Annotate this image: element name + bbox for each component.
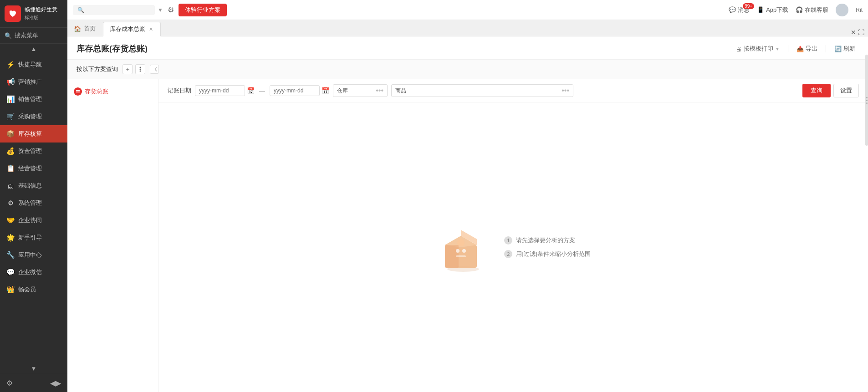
settings-icon[interactable]: ⚙ (6, 379, 13, 387)
warehouse-label: 仓库 (337, 87, 348, 95)
sidebar-item-system[interactable]: ⚙ 系统管理 (0, 194, 67, 212)
page-title: 库存总账(存货总账) (77, 43, 148, 54)
message-badge: 99+ (743, 3, 754, 9)
scheme-item-inventory-total[interactable]: 存货总账 (67, 84, 158, 99)
add-filter-btn[interactable]: ＋ (123, 64, 133, 74)
message-icon: 💬 (729, 6, 736, 13)
sales-icon: 📊 (6, 95, 15, 103)
step2-circle: 2 (504, 250, 512, 258)
handle-dot1 (866, 97, 868, 98)
manage-filter-btn[interactable] (135, 64, 145, 74)
filter-add-btns: ＋ (123, 64, 145, 74)
sidebar-bottom: ⚙ ◀▶ (0, 374, 67, 392)
query-btn[interactable]: 查询 (802, 84, 831, 97)
app-version: 标准版 (25, 15, 57, 21)
svg-point-1 (140, 69, 141, 70)
system-icon: ⚙ (6, 199, 15, 207)
warehouse-more-icon: ••• (376, 87, 383, 95)
filter-label: 按以下方案查询 (77, 65, 118, 73)
member-icon: 👑 (6, 285, 15, 294)
sidebar-item-finance[interactable]: 💰 资金管理 (0, 143, 67, 160)
sidebar-item-member[interactable]: 👑 畅会员 (0, 281, 67, 298)
app-logo: 畅捷通好生意 标准版 (0, 0, 67, 28)
tab-close-panel-icon[interactable]: ✕ (851, 29, 856, 36)
sidebar-item-inventory[interactable]: 📦 库存核算 (0, 125, 67, 143)
product-label: 商品 (395, 87, 406, 95)
empty-state: 1 请先选择要分析的方案 2 用[过滤]条件来缩小分析范围 (158, 102, 868, 392)
export-label: 导出 (806, 45, 817, 53)
tab-home[interactable]: 🏠 首页 (67, 21, 102, 36)
main-area: 🔍 ▼ ⚙ 体验行业方案 💬 消息 99+ 📱 App下载 🎧 在线客服 Rit (67, 0, 868, 392)
empty-step2: 2 用[过滤]条件来缩小分析范围 (504, 250, 590, 258)
filter-bar: 按以下方案查询 ＋ 《 (67, 60, 868, 79)
sidebar-item-operation[interactable]: 📋 经营管理 (0, 160, 67, 177)
user-avatar[interactable] (836, 4, 848, 16)
step1-circle: 1 (504, 236, 512, 244)
sidebar-item-newbie[interactable]: 🌟 新手引导 (0, 229, 67, 246)
wechat-label: 企业微信 (18, 268, 42, 276)
app-download-icon: 📱 (757, 6, 764, 13)
date-start-input[interactable] (195, 85, 245, 96)
tab-expand-icon[interactable]: ⛶ (858, 29, 864, 36)
filter-row: 记账日期 📅 — 📅 仓库 ••• 商品 (158, 79, 868, 102)
app-download-action[interactable]: 📱 App下载 (757, 6, 788, 14)
settings-btn[interactable]: 设置 (833, 84, 859, 97)
sidebar-item-wechat[interactable]: 💬 企业微信 (0, 264, 67, 281)
svg-point-8 (457, 239, 465, 246)
wechat-icon: 💬 (6, 268, 15, 276)
header-search-icon: 🔍 (77, 7, 84, 13)
sidebar-item-marketing[interactable]: 📢 营销推广 (0, 73, 67, 91)
header-right: 💬 消息 99+ 📱 App下载 🎧 在线客服 Rit (729, 4, 863, 16)
industry-btn[interactable]: 体验行业方案 (179, 4, 227, 16)
sidebar-item-app-center[interactable]: 🔧 应用中心 (0, 246, 67, 264)
refresh-btn[interactable]: 🔄 刷新 (831, 43, 859, 55)
product-select[interactable]: 商品 ••• (391, 84, 573, 97)
calendar-start-icon[interactable]: 📅 (247, 87, 255, 94)
sidebar-item-purchase[interactable]: 🛒 采购管理 (0, 108, 67, 125)
app-name: 畅捷通好生意 (25, 6, 57, 14)
finance-icon: 💰 (6, 147, 15, 155)
search-menu-label: 搜索菜单 (15, 31, 38, 40)
date-dash: — (259, 87, 265, 94)
actions-divider2 (826, 45, 826, 52)
tab-close-icon[interactable]: ✕ (148, 26, 154, 33)
print-dropdown-icon: ▼ (775, 46, 780, 51)
message-action[interactable]: 💬 消息 99+ (729, 6, 750, 14)
basic-label: 基础信息 (18, 182, 42, 190)
sidebar-item-sales[interactable]: 📊 销售管理 (0, 91, 67, 108)
newbie-label: 新手引导 (18, 234, 42, 242)
header-search-bar[interactable]: 🔍 (73, 5, 155, 15)
tab-inventory-ledger[interactable]: 库存成本总账 ✕ (103, 22, 161, 36)
logo-icon (5, 5, 21, 22)
export-btn[interactable]: 📤 导出 (793, 43, 821, 55)
purchase-label: 采购管理 (18, 112, 42, 121)
sidebar-item-basic[interactable]: 🗂 基础信息 (0, 177, 67, 194)
tab-bar: 🏠 首页 库存成本总账 ✕ ✕ ⛶ (67, 20, 868, 36)
sidebar-item-quick-nav[interactable]: ⚡ 快捷导航 (0, 56, 67, 73)
right-resize-handle[interactable] (865, 55, 868, 146)
step2-text: 用[过滤]条件来缩小分析范围 (516, 250, 590, 258)
action-buttons: 查询 设置 (802, 84, 859, 97)
inventory-label: 库存核算 (18, 130, 42, 138)
scroll-down-btn[interactable]: ▼ (0, 363, 67, 374)
operation-icon: 📋 (6, 164, 15, 173)
collapse-sidebar-icon[interactable]: ◀▶ (50, 379, 61, 387)
header-gear-icon[interactable]: ⚙ (166, 5, 176, 14)
page-content: 库存总账(存货总账) 🖨 按模板打印 ▼ 📤 导出 🔄 刷新 (67, 36, 868, 392)
print-btn[interactable]: 🖨 按模板打印 ▼ (732, 43, 783, 55)
empty-illustration (436, 220, 490, 275)
empty-svg (436, 220, 490, 275)
tab-inventory-label: 库存成本总账 (110, 25, 145, 33)
scheme-sidebar: 存货总账 (67, 79, 158, 392)
empty-text: 1 请先选择要分析的方案 2 用[过滤]条件来缩小分析范围 (504, 236, 590, 258)
scroll-up-btn[interactable]: ▲ (0, 44, 67, 54)
collapse-filter-btn[interactable]: 《 (150, 65, 159, 74)
online-support-action[interactable]: 🎧 在线客服 (796, 6, 828, 14)
date-end-input[interactable] (270, 85, 320, 96)
warehouse-select[interactable]: 仓库 ••• (333, 84, 388, 97)
search-menu-item[interactable]: 🔍 搜索菜单 (0, 28, 67, 44)
sidebar-item-cooperation[interactable]: 🤝 企业协同 (0, 212, 67, 229)
header-dropdown-arrow[interactable]: ▼ (158, 7, 163, 13)
quick-nav-label: 快捷导航 (18, 61, 42, 69)
calendar-end-icon[interactable]: 📅 (322, 87, 329, 94)
